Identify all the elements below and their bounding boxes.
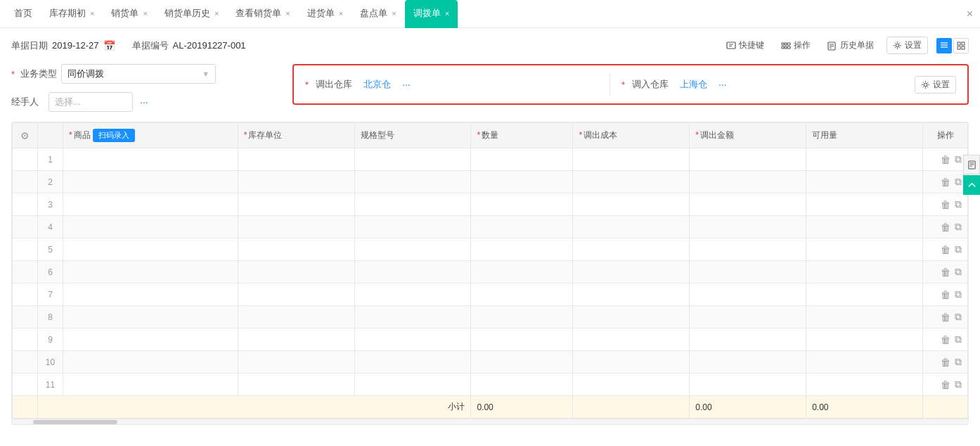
operation-btn[interactable]: 操作 [777,37,815,53]
tab-home[interactable]: 首页 [6,0,41,28]
tab-close-inventory[interactable]: × [392,9,396,18]
tab-transfer[interactable]: 调拨单 × [405,0,458,28]
td-spec[interactable] [354,329,471,351]
tab-sales[interactable]: 销货单 × [103,0,155,28]
copy-icon[interactable]: ⧉ [955,176,962,188]
warehouse-settings-btn[interactable]: 设置 [915,76,956,94]
delete-icon[interactable]: 🗑 [941,199,950,210]
td-spec[interactable] [354,238,471,261]
td-amount[interactable] [690,261,806,283]
delete-icon[interactable]: 🗑 [941,357,950,368]
td-spec[interactable] [354,261,471,283]
td-product[interactable] [63,261,238,283]
td-cost[interactable] [573,329,690,351]
scan-btn[interactable]: 扫码录入 [93,129,135,142]
scrollbar[interactable] [12,419,968,424]
td-unit[interactable] [238,261,354,283]
tab-bar-close-all[interactable]: × [967,8,973,20]
td-cost[interactable] [573,216,690,238]
td-qty[interactable] [471,216,573,238]
td-unit[interactable] [238,148,354,171]
tab-close-inventory-init[interactable]: × [90,9,94,18]
td-qty[interactable] [471,351,573,374]
td-unit[interactable] [238,306,354,329]
copy-icon[interactable]: ⧉ [955,221,962,233]
td-cost[interactable] [573,148,690,171]
tab-inventory-init[interactable]: 库存期初 × [41,0,103,28]
tab-view-sales[interactable]: 查看销货单 × [227,0,298,28]
tab-close-sales-history[interactable]: × [214,9,219,18]
delete-icon[interactable]: 🗑 [941,177,950,188]
td-unit[interactable] [238,329,354,351]
td-product[interactable] [63,306,238,329]
td-spec[interactable] [354,148,471,171]
tab-purchase[interactable]: 进货单 × [299,0,352,28]
td-cost[interactable] [573,374,690,396]
copy-icon[interactable]: ⧉ [955,288,962,300]
delete-icon[interactable]: 🗑 [941,334,950,345]
delete-icon[interactable]: 🗑 [941,289,950,300]
td-qty[interactable] [471,306,573,329]
delete-icon[interactable]: 🗑 [941,267,950,278]
td-spec[interactable] [354,306,471,329]
table-gear-icon[interactable]: ⚙ [20,130,30,141]
shortcut-btn[interactable]: 快捷键 [722,37,768,53]
td-amount[interactable] [690,329,806,351]
transfer-out-more-btn[interactable]: ··· [402,79,411,90]
tab-close-view-sales[interactable]: × [285,9,290,18]
td-amount[interactable] [690,374,806,396]
sidebar-expand-btn[interactable] [963,175,980,195]
td-unit[interactable] [238,171,354,193]
settings-btn[interactable]: 设置 [886,37,928,54]
td-qty[interactable] [471,261,573,283]
transfer-in-more-btn[interactable]: ··· [718,79,727,90]
tab-close-sales[interactable]: × [143,9,147,18]
tab-sales-history[interactable]: 销货单历史 × [156,0,227,28]
td-qty[interactable] [471,329,573,351]
td-qty[interactable] [471,374,573,396]
td-qty[interactable] [471,238,573,261]
td-spec[interactable] [354,216,471,238]
copy-icon[interactable]: ⧉ [955,311,962,323]
td-unit[interactable] [238,283,354,306]
history-btn[interactable]: 历史单据 [823,37,878,53]
td-product[interactable] [63,193,238,216]
td-amount[interactable] [690,351,806,374]
calendar-icon[interactable]: 📅 [103,40,115,51]
td-product[interactable] [63,374,238,396]
td-qty[interactable] [471,148,573,171]
td-product[interactable] [63,283,238,306]
td-cost[interactable] [573,171,690,193]
td-cost[interactable] [573,261,690,283]
person-more-btn[interactable]: ··· [140,96,148,108]
td-spec[interactable] [354,351,471,374]
td-amount[interactable] [690,148,806,171]
td-qty[interactable] [471,171,573,193]
td-product[interactable] [63,171,238,193]
delete-icon[interactable]: 🗑 [941,222,950,233]
td-product[interactable] [63,351,238,374]
td-amount[interactable] [690,171,806,193]
td-cost[interactable] [573,306,690,329]
td-amount[interactable] [690,238,806,261]
td-cost[interactable] [573,238,690,261]
copy-icon[interactable]: ⧉ [955,378,962,390]
delete-icon[interactable]: 🗑 [941,379,950,390]
td-qty[interactable] [471,283,573,306]
td-amount[interactable] [690,216,806,238]
business-type-input[interactable]: 同价调拨 ▼ [61,64,216,84]
copy-icon[interactable]: ⧉ [955,266,962,278]
td-product[interactable] [63,216,238,238]
copy-icon[interactable]: ⧉ [955,333,962,345]
copy-icon[interactable]: ⧉ [955,356,962,368]
td-amount[interactable] [690,306,806,329]
td-cost[interactable] [573,351,690,374]
td-unit[interactable] [238,216,354,238]
td-product[interactable] [63,329,238,351]
td-product[interactable] [63,148,238,171]
td-spec[interactable] [354,283,471,306]
tab-close-purchase[interactable]: × [339,9,343,18]
toolbar-grid-icon[interactable] [953,38,969,53]
sidebar-notes-btn[interactable] [963,155,980,174]
td-unit[interactable] [238,374,354,396]
